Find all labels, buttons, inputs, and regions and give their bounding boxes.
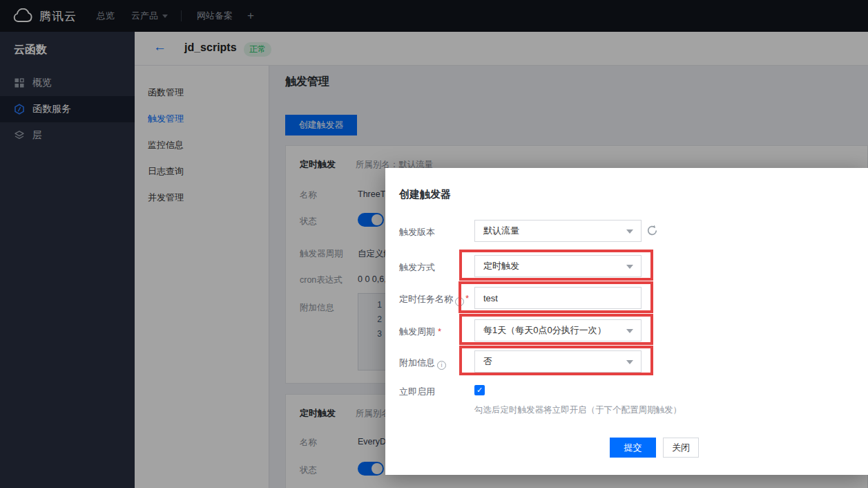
extra-info-value: 否 [483,355,492,368]
enable-checkbox[interactable]: ✓ [474,385,485,395]
chevron-down-icon [626,329,633,333]
trigger-method-select[interactable]: 定时触发 [474,255,642,277]
label-trigger-cycle-text: 触发周期 [399,326,435,337]
chevron-down-icon [626,229,633,234]
task-name-input-field[interactable] [483,293,623,303]
chevron-down-icon [626,265,633,269]
label-trigger-cycle: 触发周期* [399,326,441,338]
label-extra-info: 附加信息i [399,357,446,370]
modal-title: 创建触发器 [399,188,451,201]
create-trigger-modal: 创建触发器 触发版本 默认流量 触发方式 定时触发 定时任务名称i * 触发周期… [385,168,868,475]
trigger-method-value: 定时触发 [483,260,519,272]
required-asterisk: * [438,326,441,337]
required-asterisk: * [465,293,469,303]
check-icon: ✓ [476,386,483,394]
trigger-cycle-select[interactable]: 每1天（每天0点0分执行一次） [474,319,642,341]
label-enable-now: 立即启用 [399,386,435,398]
label-extra-info-text: 附加信息 [399,357,435,368]
submit-button[interactable]: 提交 [610,438,656,458]
chevron-down-icon [626,360,633,364]
label-task-name: 定时任务名称i [399,293,464,306]
label-trigger-method: 触发方式 [399,261,435,274]
trigger-version-value: 默认流量 [483,225,519,237]
label-task-name-text: 定时任务名称 [399,294,453,304]
screen: 腾讯云 总览 云产品 网站备案 + 云函数 概览 函数服务 [0,0,868,488]
task-name-input[interactable] [474,287,642,309]
label-trigger-version: 触发版本 [399,226,435,238]
info-icon[interactable]: i [455,297,464,306]
info-icon[interactable]: i [437,361,446,370]
trigger-cycle-value: 每1天（每天0点0分执行一次） [483,324,606,337]
refresh-icon[interactable] [646,225,658,236]
close-button[interactable]: 关闭 [663,438,699,458]
trigger-version-select[interactable]: 默认流量 [474,220,642,242]
extra-info-select[interactable]: 否 [474,350,642,373]
enable-note: 勾选后定时触发器将立即开启（于下个配置周期触发） [474,404,682,416]
